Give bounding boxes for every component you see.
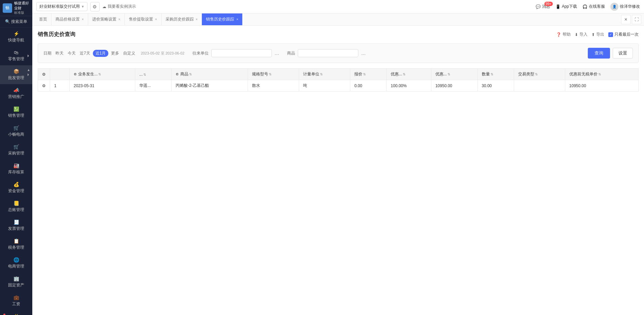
finance-icon: 💰: [13, 182, 19, 187]
tab-purchase-strategy-close[interactable]: ×: [118, 18, 120, 21]
filter-settings-button[interactable]: 设置: [613, 48, 633, 59]
page-actions: ❓ 帮助 ⬇ 导入 ⬆ 导出 ✓ 只看最后一次: [556, 32, 639, 37]
topbar-settings-button[interactable]: ⚙: [90, 2, 100, 11]
sort-icon-tax: ⇅: [598, 72, 601, 76]
tab-purchase-strategy[interactable]: 进价策略设置 ×: [88, 13, 125, 25]
filter-bar: 日期 昨天 今天 近7天 近1月 更多 自定义 2023-05-02 至 202…: [38, 43, 639, 63]
col-spec[interactable]: 规格型号⇅: [248, 69, 299, 80]
date-opt-today[interactable]: 今天: [66, 50, 77, 57]
tab-purchase-history[interactable]: 采购历史价跟踪 ×: [162, 13, 202, 25]
sidebar-item-tax[interactable]: 📋 税务管理: [0, 235, 32, 254]
tab-sale-extract-close[interactable]: ×: [155, 18, 157, 21]
tab-sales-history[interactable]: 销售历史价跟踪 ×: [202, 13, 243, 25]
col-product[interactable]: ⊕ 商品⇅: [172, 69, 248, 80]
col-discount1[interactable]: 优惠...⇅: [387, 69, 431, 80]
date-opt-1month[interactable]: 近1月: [93, 50, 109, 57]
page-content: 销售历史价查询 ❓ 帮助 ⬇ 导入 ⬆ 导出 ✓ 只看最后一次: [32, 26, 644, 315]
only-last-label: 只看最后一次: [614, 32, 639, 37]
sidebar-item-ecommerce[interactable]: 🌐 电商管理: [0, 254, 32, 273]
query-button[interactable]: 查询: [588, 48, 610, 59]
sidebar-item-label: 资金管理: [8, 188, 24, 194]
sidebar-item-sales[interactable]: 💹 销售管理: [0, 103, 32, 122]
sidebar-search[interactable]: 🔍 搜索菜单: [0, 16, 32, 28]
tab-sale-extract[interactable]: 售价提取设置 ×: [125, 13, 162, 25]
messages-badge: 99+: [544, 2, 553, 6]
row-gear-icon: ⚙: [42, 83, 46, 88]
sidebar-item-marketing[interactable]: 📣 营销推广: [0, 84, 32, 103]
col-price[interactable]: 报价⇅: [350, 69, 387, 80]
date-options: 昨天 今天 近7天 近1月 更多 自定义: [54, 50, 137, 57]
col-discount2[interactable]: 优惠...⇅: [431, 69, 477, 80]
product-dots[interactable]: ...: [361, 50, 365, 56]
table-body: ⚙ 1 2023-05-31 华遥... 丙烯酸-2-乙基己酯 散水 吨 0.0…: [38, 80, 639, 92]
data-table: ⚙ ⊕ 业务发生...⇅ ...⇅ ⊕ 商品⇅ 规格型号⇅ 计量单位⇅ 报价⇅ …: [38, 68, 639, 92]
col-qty[interactable]: 数量⇅: [477, 69, 514, 80]
col-tax-price[interactable]: 优惠前无税单价⇅: [565, 69, 638, 80]
tab-purchase-history-close[interactable]: ×: [196, 18, 198, 21]
messages-button[interactable]: 💬 消息 99+: [536, 4, 550, 9]
partner-dots[interactable]: ...: [275, 50, 279, 56]
sidebar-item-label: 小畅电商: [8, 132, 24, 137]
expand-arrow: ▲: [27, 68, 30, 72]
page-header: 销售历史价查询 ❓ 帮助 ⬇ 导入 ⬆ 导出 ✓ 只看最后一次: [38, 31, 639, 38]
sidebar-item-ledger[interactable]: 📒 总账管理: [0, 197, 32, 216]
sidebar-item-small-ecommerce[interactable]: 🛒 小畅电商: [0, 122, 32, 141]
row-tax-price-cell: 10950.00: [565, 80, 638, 92]
import-icon: ⬇: [575, 32, 578, 37]
sidebar-item-payroll[interactable]: 💼 工资: [0, 291, 32, 310]
demo-link[interactable]: ☁ 我要看实例演示: [102, 4, 136, 9]
table-header: ⚙ ⊕ 业务发生...⇅ ...⇅ ⊕ 商品⇅ 规格型号⇅ 计量单位⇅ 报价⇅ …: [38, 69, 639, 80]
filter-product: 商品 ...: [287, 49, 365, 57]
col-date[interactable]: ⊕ 业务发生...⇅: [70, 69, 135, 80]
sidebar-item-purchase[interactable]: 🛒 采购管理: [0, 141, 32, 160]
help-button[interactable]: ❓ 帮助: [556, 32, 571, 37]
tab-sales-history-close[interactable]: ×: [236, 18, 238, 21]
sort-icon-dots: ⇅: [143, 73, 146, 76]
main-area: 好业财标准版交付试用 ▼ ⚙ ☁ 我要看实例演示 💬 消息 99+ 📱 App下…: [32, 0, 644, 315]
tab-home[interactable]: 首页: [35, 13, 51, 25]
tab-price-settings-close[interactable]: ×: [82, 18, 84, 21]
col-unit[interactable]: 计量单位⇅: [299, 69, 350, 80]
search-icon: 🔍: [5, 19, 10, 24]
row-trade-type-cell: [514, 80, 565, 92]
sidebar-item-fixed-assets[interactable]: 🏢 固定资产: [0, 273, 32, 291]
app-selector[interactable]: 好业财标准版交付试用 ▼: [36, 2, 87, 11]
tab-close-all-button[interactable]: ✕: [621, 15, 631, 24]
product-input[interactable]: [298, 49, 358, 57]
cloud-icon: ☁: [102, 4, 106, 9]
app-download-label: App下载: [562, 4, 577, 9]
import-button[interactable]: ⬇ 导入: [575, 32, 587, 37]
col-dots[interactable]: ...⇅: [135, 69, 172, 80]
user-info[interactable]: 👤 徐泽华修改: [610, 3, 640, 11]
sort-icon-spec: ⇅: [269, 72, 272, 76]
date-opt-more[interactable]: 更多: [110, 50, 120, 57]
only-last-checkbox[interactable]: ✓ 只看最后一次: [608, 32, 639, 37]
tab-maximize-button[interactable]: ⛶: [632, 15, 641, 24]
export-button[interactable]: ⬆ 导出: [592, 32, 604, 37]
date-opt-custom[interactable]: 自定义: [122, 50, 137, 57]
help-label: 帮助: [563, 32, 571, 37]
sidebar-item-quick-nav[interactable]: ⚡ 快捷导航: [0, 28, 32, 46]
tabbar-end-controls: ✕ ⛶: [621, 15, 641, 24]
online-service-label: 在线客服: [589, 4, 605, 9]
sidebar-item-wholesale[interactable]: 📦 批发管理 ▲: [0, 65, 32, 84]
app-download-button[interactable]: 📱 App下载: [556, 4, 577, 9]
filter-date: 日期 昨天 今天 近7天 近1月 更多 自定义 2023-05-02 至 202…: [43, 50, 184, 57]
row-gear-cell[interactable]: ⚙: [38, 80, 50, 92]
date-opt-yesterday[interactable]: 昨天: [54, 50, 65, 57]
col-trade-type[interactable]: 交易类型⇅: [514, 69, 565, 80]
sidebar-item-smart[interactable]: ✨ 智能管理: [0, 310, 32, 315]
date-opt-7days[interactable]: 近7天: [78, 50, 92, 57]
product-filter-label: 商品: [287, 50, 295, 56]
partner-input[interactable]: [211, 49, 272, 57]
col-gear[interactable]: ⚙: [38, 69, 50, 80]
sidebar-item-label: 工资: [12, 301, 20, 307]
tab-price-settings[interactable]: 商品价格设置 ×: [51, 13, 88, 25]
sidebar-item-retail[interactable]: 🛍 零售管理: [0, 46, 32, 65]
tab-price-settings-label: 商品价格设置: [56, 16, 80, 22]
sidebar-item-inventory[interactable]: 🏭 库存核算: [0, 160, 32, 178]
online-service-button[interactable]: 🎧 在线客服: [582, 4, 605, 9]
col-no: [50, 69, 70, 80]
sidebar-item-invoice[interactable]: 🧾 发票管理: [0, 216, 32, 235]
sidebar-item-finance[interactable]: 💰 资金管理: [0, 178, 32, 197]
